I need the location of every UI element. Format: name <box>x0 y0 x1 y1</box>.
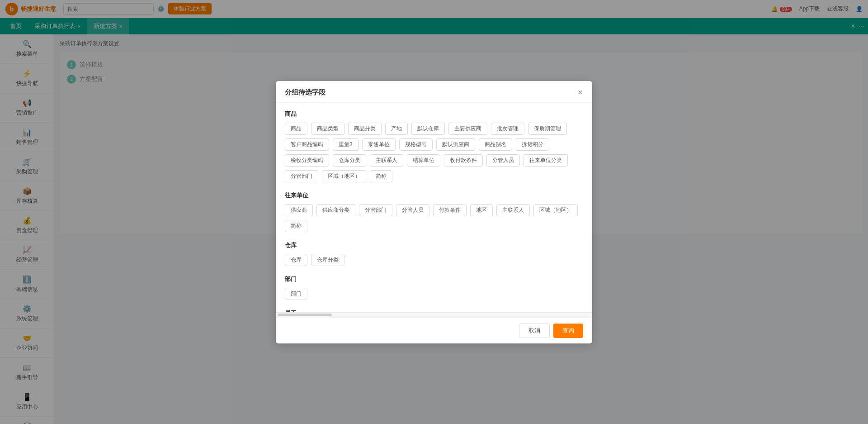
dept-tags: 部门 <box>285 288 583 300</box>
tag-region[interactable]: 区域（地区） <box>322 170 366 182</box>
tag-goods-alias[interactable]: 商品别名 <box>479 138 512 151</box>
tag-area[interactable]: 地区 <box>470 204 493 216</box>
section-dept: 部门 部门 <box>285 275 583 300</box>
section-employee-title: 员工 <box>285 309 583 312</box>
tag-sup-person[interactable]: 分管人员 <box>396 204 429 216</box>
modal-close-button[interactable]: ✕ <box>577 88 583 97</box>
tag-origin[interactable]: 产地 <box>385 123 408 135</box>
tag-department[interactable]: 部门 <box>285 288 307 300</box>
tag-warehouse-cat[interactable]: 仓库分类 <box>311 254 344 266</box>
tag-main-contact-2[interactable]: 主联系人 <box>496 204 530 216</box>
tag-dept[interactable]: 分管部门 <box>285 170 318 182</box>
modal-header: 分组待选字段 ✕ <box>276 81 592 103</box>
modal-overlay: 分组待选字段 ✕ 商品 商品 商品类型 商品分类 产地 默认仓库 主要供应商 批… <box>0 0 868 424</box>
section-goods: 商品 商品 商品类型 商品分类 产地 默认仓库 主要供应商 批次管理 保质期管理… <box>285 110 583 182</box>
section-counterpart: 往来单位 供应商 供应商分类 分管部门 分管人员 付款条件 地区 主联系人 区域… <box>285 191 583 232</box>
tag-split-points[interactable]: 拆货积分 <box>516 138 549 151</box>
goods-tags: 商品 商品类型 商品分类 产地 默认仓库 主要供应商 批次管理 保质期管理 客户… <box>285 123 583 182</box>
tag-default-supplier[interactable]: 默认供应商 <box>436 138 475 151</box>
modal-footer: 取消 查询 <box>276 318 592 343</box>
warehouse-tags: 仓库 仓库分类 <box>285 254 583 266</box>
tag-counterpart-category[interactable]: 往来单位分类 <box>524 154 568 167</box>
tag-customer-code[interactable]: 客户商品编码 <box>285 138 329 151</box>
tag-warehouse-category[interactable]: 仓库分类 <box>333 154 366 167</box>
tag-default-warehouse[interactable]: 默认仓库 <box>411 123 445 135</box>
section-employee: 员工 业务员 <box>285 309 583 312</box>
modal-title: 分组待选字段 <box>285 88 326 97</box>
field-select-modal: 分组待选字段 ✕ 商品 商品 商品类型 商品分类 产地 默认仓库 主要供应商 批… <box>276 81 592 343</box>
tag-spec-model[interactable]: 规格型号 <box>399 138 433 151</box>
tag-tax-code[interactable]: 税收分类编码 <box>285 154 329 167</box>
section-counterpart-title: 往来单位 <box>285 191 583 200</box>
section-goods-title: 商品 <box>285 110 583 118</box>
cancel-button[interactable]: 取消 <box>519 324 550 338</box>
tag-supplier[interactable]: 供应商 <box>285 204 313 216</box>
tag-shelf-life[interactable]: 保质期管理 <box>528 123 567 135</box>
tag-warehouse[interactable]: 仓库 <box>285 254 307 266</box>
tag-goods-type[interactable]: 商品类型 <box>311 123 344 135</box>
tag-abbr-2[interactable]: 简称 <box>285 220 307 232</box>
tag-supplier-category[interactable]: 供应商分类 <box>316 204 355 216</box>
tag-region-2[interactable]: 区域（地区） <box>533 204 578 216</box>
section-warehouse: 仓库 仓库 仓库分类 <box>285 241 583 266</box>
tag-sup-dept[interactable]: 分管部门 <box>359 204 392 216</box>
tag-main-contact[interactable]: 主联系人 <box>370 154 403 167</box>
tag-abbr[interactable]: 简称 <box>370 170 392 182</box>
tag-batch[interactable]: 批次管理 <box>491 123 524 135</box>
tag-main-supplier[interactable]: 主要供应商 <box>448 123 487 135</box>
tag-retail-unit[interactable]: 零售单位 <box>362 138 396 151</box>
section-dept-title: 部门 <box>285 275 583 283</box>
tag-settlement-unit[interactable]: 结算单位 <box>407 154 440 167</box>
tag-supervisor[interactable]: 分管人员 <box>486 154 520 167</box>
tag-weight[interactable]: 重量3 <box>333 138 359 151</box>
modal-body: 商品 商品 商品类型 商品分类 产地 默认仓库 主要供应商 批次管理 保质期管理… <box>276 103 592 312</box>
tag-goods-category[interactable]: 商品分类 <box>348 123 382 135</box>
tag-goods[interactable]: 商品 <box>285 123 307 135</box>
tag-payment-cond[interactable]: 付款条件 <box>433 204 467 216</box>
counterpart-tags: 供应商 供应商分类 分管部门 分管人员 付款条件 地区 主联系人 区域（地区） … <box>285 204 583 232</box>
confirm-button[interactable]: 查询 <box>553 324 583 338</box>
section-warehouse-title: 仓库 <box>285 241 583 249</box>
tag-payment-terms[interactable]: 收付款条件 <box>444 154 483 167</box>
modal-hscrollbar[interactable] <box>276 312 592 318</box>
